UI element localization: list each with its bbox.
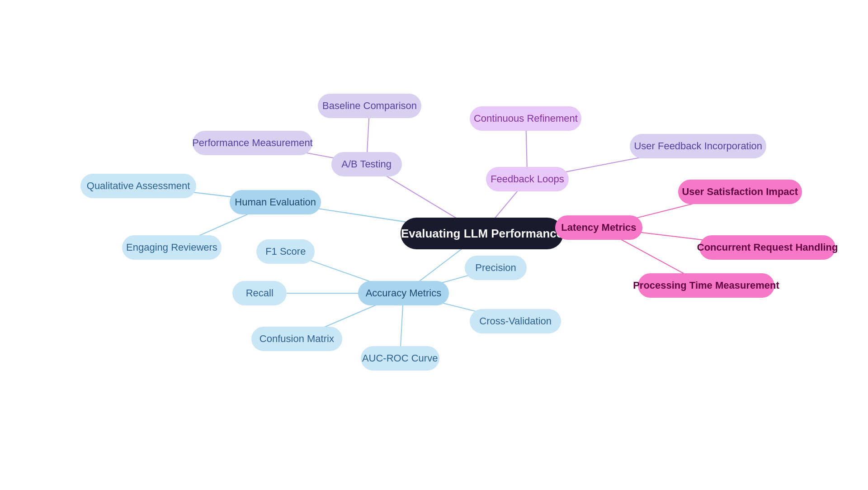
mindmap-container: Evaluating LLM PerformanceHuman Evaluati…	[0, 0, 868, 490]
node-userFeedbackIncorporation[interactable]: User Feedback Incorporation	[630, 134, 766, 158]
node-confusionMatrix[interactable]: Confusion Matrix	[251, 327, 343, 351]
node-accuracyMetrics[interactable]: Accuracy Metrics	[358, 281, 449, 305]
node-humanEvaluation[interactable]: Human Evaluation	[230, 190, 321, 214]
node-baselineComparison[interactable]: Baseline Comparison	[318, 94, 421, 118]
node-crossValidation[interactable]: Cross-Validation	[470, 309, 561, 333]
node-concurrentRequestHandling[interactable]: Concurrent Request Handling	[699, 235, 836, 260]
node-abTesting[interactable]: A/B Testing	[331, 152, 402, 176]
node-f1Score[interactable]: F1 Score	[256, 239, 315, 264]
node-aucRoc[interactable]: AUC-ROC Curve	[361, 346, 439, 371]
node-continuousRefinement[interactable]: Continuous Refinement	[470, 106, 581, 131]
node-engagingReviewers[interactable]: Engaging Reviewers	[122, 235, 222, 260]
node-qualitativeAssessment[interactable]: Qualitative Assessment	[80, 174, 196, 198]
node-precision[interactable]: Precision	[465, 256, 527, 280]
node-latencyMetrics[interactable]: Latency Metrics	[555, 215, 642, 240]
node-processingTimeMeasurement[interactable]: Processing Time Measurement	[638, 273, 774, 298]
node-feedbackLoops[interactable]: Feedback Loops	[486, 167, 569, 191]
node-center[interactable]: Evaluating LLM Performance	[401, 218, 563, 249]
node-userSatisfactionImpact[interactable]: User Satisfaction Impact	[678, 180, 802, 204]
node-performanceMeasurement[interactable]: Performance Measurement	[193, 131, 312, 155]
node-recall[interactable]: Recall	[232, 281, 287, 305]
